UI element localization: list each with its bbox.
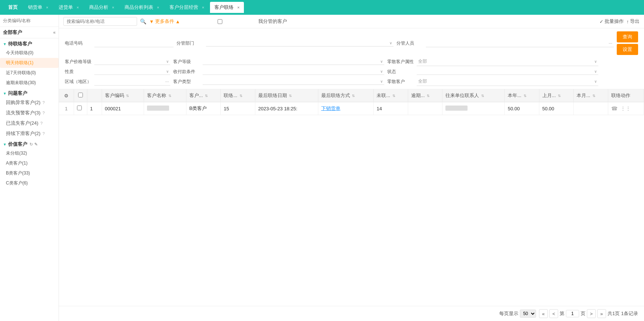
sidebar-all-customers[interactable]: 全部客户 «	[0, 27, 59, 38]
cell-type: B类客户	[186, 102, 221, 115]
batch-op-icon: ✓	[599, 19, 603, 24]
sidebar-search-input[interactable]	[3, 18, 58, 23]
next-page-button[interactable]: >	[587, 309, 596, 318]
nav-item-goods-analysis[interactable]: 商品分析 ×	[85, 2, 119, 13]
cell-checkbox[interactable]	[74, 102, 87, 115]
cell-last-contact-method[interactable]: 下销货单	[318, 102, 374, 115]
filter-field-status: 状态 ∨	[387, 68, 598, 75]
help-icon-churned: ?	[40, 121, 42, 125]
customer-type-select[interactable]: ∨	[203, 78, 384, 85]
nav-item-home[interactable]: 首页	[4, 2, 22, 13]
col-no-contact[interactable]: 未联... ⇅	[374, 89, 408, 102]
sidebar-search-bar: 🔍	[0, 15, 59, 27]
prev-page-button[interactable]: <	[549, 309, 558, 318]
sidebar-item-class-b[interactable]: B类客户(33)	[0, 168, 59, 178]
reset-button[interactable]: 设置	[617, 44, 638, 55]
nav-item-goods-analysis-list[interactable]: 商品分析列表 ×	[120, 2, 164, 13]
cell-code: 000021	[102, 102, 144, 115]
col-name[interactable]: 客户名称 ⇅	[144, 89, 186, 102]
batch-op-button[interactable]: ✓ 批量操作	[599, 18, 624, 25]
sidebar: 🔍 全部客户 « ▼ 待联络客户 今天待联络(0) 明天待联络(1) 近7天待联…	[0, 15, 59, 321]
export-icon: ↑	[627, 19, 629, 24]
person-select[interactable]: ···	[426, 39, 614, 47]
filter-field-retail-customer: 零散客户 全部 ∨	[387, 77, 598, 86]
col-gear[interactable]: ⚙	[59, 89, 74, 102]
cell-contact: 15	[221, 102, 255, 115]
search-button[interactable]: 🔍	[140, 18, 146, 24]
help-icon-churn-warn: ?	[42, 111, 45, 115]
close-purchase-icon[interactable]: ×	[77, 5, 79, 10]
close-customer-tier-icon[interactable]: ×	[202, 5, 204, 10]
close-goods-analysis-icon[interactable]: ×	[112, 5, 114, 10]
cell-this-year: 50.00	[505, 102, 539, 115]
my-customer-checkbox-label[interactable]: 我分管的客户	[183, 18, 287, 25]
retail-customer-select[interactable]: 全部 ∨	[417, 77, 598, 86]
col-code[interactable]: 客户编码 ⇅	[102, 89, 144, 102]
per-page-select[interactable]: 50	[520, 310, 536, 318]
col-this-year[interactable]: 本年... ⇅	[505, 89, 539, 102]
cell-overdue	[408, 102, 442, 115]
sidebar-item-tomorrow[interactable]: 明天待联络(1)	[0, 58, 59, 68]
first-page-button[interactable]: «	[539, 309, 548, 318]
sidebar-item-churn-warn[interactable]: 流失预警客户(3) ?	[0, 108, 59, 118]
close-goods-analysis-list-icon[interactable]: ×	[157, 5, 159, 10]
sidebar-item-declining[interactable]: 持续下滑客户(2) ?	[0, 128, 59, 139]
nav-item-sales[interactable]: 销货单 ×	[24, 2, 53, 13]
col-last-contact-date[interactable]: 最后联络日期 ⇅	[255, 89, 318, 102]
col-checkbox[interactable]	[74, 89, 87, 102]
sidebar-item-overdue[interactable]: 逾期未联络(30)	[0, 78, 59, 88]
filter-field-customer-type: 客户类型 ∨	[173, 78, 384, 85]
sidebar-item-class-a[interactable]: A类客户(1)	[0, 158, 59, 168]
retail-attr-select[interactable]: 全部 ∨	[417, 57, 598, 66]
sidebar-item-today[interactable]: 今天待联络(0)	[0, 48, 59, 58]
col-last-month[interactable]: 上月... ⇅	[539, 89, 574, 102]
sidebar-item-repurchase[interactable]: 回购异常客户(2) ?	[0, 97, 59, 108]
sidebar-item-week[interactable]: 近7天待联络(0)	[0, 68, 59, 78]
select-all-checkbox[interactable]	[78, 93, 83, 97]
query-button[interactable]: 查询	[617, 31, 638, 42]
col-this-month[interactable]: 本月... ⇅	[574, 89, 608, 102]
col-overdue[interactable]: 逾期... ⇅	[408, 89, 442, 102]
col-type[interactable]: 客户... ⇅	[186, 89, 221, 102]
region-select[interactable]: ···	[94, 78, 170, 86]
more-filter-button[interactable]: ▼ 更多条件 ▲	[149, 18, 180, 25]
sidebar-item-ungrouped[interactable]: 未分组(32)	[0, 148, 59, 158]
last-page-button[interactable]: »	[597, 309, 606, 318]
nav-item-customer-contact[interactable]: 客户联络 ×	[210, 2, 244, 13]
search-input[interactable]	[63, 17, 137, 26]
last-contact-method-link[interactable]: 下销货单	[321, 106, 340, 111]
close-customer-contact-icon[interactable]: ×	[237, 5, 239, 10]
action-more-icon[interactable]: ⋮⋮	[620, 106, 631, 111]
col-last-contact-method[interactable]: 最后联络方式 ⇅	[318, 89, 374, 102]
filter-field-region: 区域（地区） ···	[65, 78, 170, 86]
filter-bar: 🔍 ▼ 更多条件 ▲ 我分管的客户 ✓ 批量操作 ↑ 导出	[59, 15, 644, 28]
col-contact[interactable]: 联络... ⇅	[221, 89, 255, 102]
total-records: 共1页 1条记录	[608, 310, 638, 317]
action-contact-icon[interactable]: ☎	[611, 106, 617, 111]
nav-item-customer-tier[interactable]: 客户分层经营 ×	[165, 2, 209, 13]
price-level-select[interactable]: ∨	[94, 58, 170, 65]
sidebar-collapse-icon[interactable]: «	[53, 30, 56, 35]
sidebar-item-class-c[interactable]: C类客户(6)	[0, 178, 59, 188]
page-number-input[interactable]	[566, 310, 579, 317]
status-select[interactable]: ∨	[417, 68, 598, 75]
row-checkbox[interactable]	[77, 106, 82, 110]
customer-level-select[interactable]: ∨	[203, 58, 384, 65]
sidebar-item-churned[interactable]: 已流失客户(24) ?	[0, 118, 59, 128]
dept-select[interactable]: ∨	[206, 40, 394, 46]
phone-input[interactable]	[94, 39, 174, 47]
edit-value-icon[interactable]: ✎	[34, 142, 38, 147]
status-arrow-icon: ∨	[594, 69, 597, 73]
nav-item-purchase[interactable]: 进货单 ×	[54, 2, 83, 13]
payment-select[interactable]: ∨	[203, 68, 384, 75]
refresh-icon[interactable]: ↻	[29, 142, 33, 147]
close-sales-icon[interactable]: ×	[46, 5, 48, 10]
nature-select[interactable]: ∨	[94, 68, 170, 75]
customer-name-blurred	[147, 106, 169, 111]
sort-date-icon: ⇅	[289, 94, 292, 98]
content-area: 🔍 ▼ 更多条件 ▲ 我分管的客户 ✓ 批量操作 ↑ 导出	[59, 15, 644, 321]
my-customer-checkbox[interactable]	[183, 19, 257, 24]
main-layout: 🔍 全部客户 « ▼ 待联络客户 今天待联络(0) 明天待联络(1) 近7天待联…	[0, 15, 644, 321]
export-button[interactable]: ↑ 导出	[627, 18, 640, 25]
col-partner-contact[interactable]: 往来单位联系人 ⇅	[442, 89, 505, 102]
